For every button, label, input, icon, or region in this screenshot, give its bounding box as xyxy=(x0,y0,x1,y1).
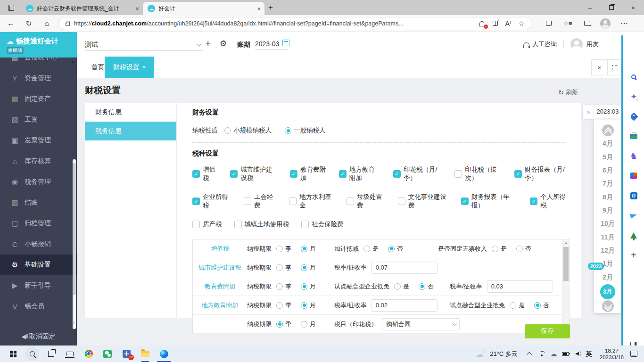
file-explorer-icon[interactable] xyxy=(136,346,155,362)
radio-icon[interactable] xyxy=(276,321,283,328)
user-name[interactable]: 用友 xyxy=(586,40,599,49)
radio-icon[interactable] xyxy=(394,283,401,290)
sidebar-item-invoice-management[interactable]: ▣发票管理 xyxy=(0,130,77,151)
tax-type-checkbox[interactable]: 城镇土地使用税 xyxy=(234,220,289,229)
app-tiles-icon[interactable]: 12 xyxy=(117,346,136,362)
collections-icon[interactable] xyxy=(578,17,595,30)
restore-button[interactable] xyxy=(601,0,622,15)
read-aloud-icon[interactable]: A⁾ xyxy=(502,18,515,29)
tax-type-checkbox[interactable]: 房产税 xyxy=(192,220,222,229)
checkbox-icon[interactable]: ✓ xyxy=(290,170,297,178)
sidebar-item-closing[interactable]: ▥结账 xyxy=(0,192,77,213)
tax-name-link[interactable]: 地方教育附加 xyxy=(193,301,247,310)
sidebar-item-chang-member[interactable]: V畅会员 xyxy=(0,296,77,317)
radio-icon[interactable] xyxy=(224,127,231,134)
sidebar-item-tax-management[interactable]: ◉税务管理 xyxy=(0,172,77,192)
radio-option[interactable]: 否 xyxy=(388,245,403,253)
radio-icon[interactable] xyxy=(301,321,307,328)
month-item[interactable]: 12月 xyxy=(594,244,621,257)
radio-icon[interactable] xyxy=(388,246,395,252)
radio-option[interactable]: 季 xyxy=(276,320,291,329)
sidebar-item-inventory-accounting[interactable]: ⌂库存核算 xyxy=(0,151,77,172)
checkbox-icon[interactable]: ✓ xyxy=(530,197,537,205)
onedrive-icon[interactable]: ☁ xyxy=(548,346,560,362)
close-button[interactable]: × xyxy=(622,0,644,15)
period-display[interactable]: 2023.03 xyxy=(594,105,621,119)
radio-option[interactable]: 月 xyxy=(301,301,316,310)
subnav-item-tax-info[interactable]: 税务信息 xyxy=(85,122,176,140)
user-avatar[interactable] xyxy=(570,38,583,50)
radio-option[interactable]: 月 xyxy=(301,245,316,253)
radio-icon[interactable] xyxy=(419,283,425,290)
rate-input[interactable]: 0.03 xyxy=(487,280,553,293)
month-item[interactable]: 9月 xyxy=(594,204,621,217)
sidebar-scroll-up-icon[interactable]: ▲ xyxy=(71,59,75,64)
more-menu-icon[interactable]: ⋯ xyxy=(615,17,633,30)
checkbox-icon[interactable]: ✓ xyxy=(461,197,469,205)
drop-icon[interactable] xyxy=(628,210,639,221)
task-view-icon[interactable] xyxy=(41,346,60,362)
quick-assist-icon[interactable] xyxy=(60,346,79,362)
tax-type-checkbox[interactable]: ✓企业所得税 xyxy=(192,193,231,210)
radio-option[interactable]: 否 xyxy=(516,245,531,253)
checkbox-icon[interactable]: ✓ xyxy=(514,170,522,178)
taskbar-search-icon[interactable] xyxy=(25,347,39,361)
address-bar[interactable]: https://cloud2.chanjet.com/accounting/uh… xyxy=(58,17,532,30)
tab-actions-icon[interactable] xyxy=(4,1,18,14)
refresh-icon[interactable]: ↻ xyxy=(22,17,36,30)
games-icon[interactable]: ♞ xyxy=(628,151,639,161)
sidebar-item-archive-management[interactable]: ▢归档管理 xyxy=(0,213,77,234)
radio-option[interactable]: 一般纳税人 xyxy=(285,126,326,135)
tab-close-icon[interactable]: × xyxy=(142,64,146,71)
browser-tab-1[interactable]: ☁ 好会计云财务软件管理系统_会计 × xyxy=(21,2,143,15)
radio-icon[interactable] xyxy=(492,246,498,252)
sidebar-scroll-down-icon[interactable]: ▼ xyxy=(71,321,75,325)
sidebar-item-beginner-guide[interactable]: ▶新手引导 xyxy=(0,275,77,296)
sidebar-item-fixed-assets[interactable]: ▦固定资产 xyxy=(0,89,77,109)
radio-option[interactable]: 月 xyxy=(301,282,316,291)
checkbox-icon[interactable] xyxy=(234,221,242,228)
save-button[interactable]: 保存 xyxy=(525,324,570,338)
tax-type-checkbox[interactable]: ✓个人所得税 xyxy=(530,193,569,210)
scroll-up-icon[interactable]: ▲ xyxy=(562,241,570,245)
month-item[interactable]: 6月 xyxy=(594,164,621,177)
radio-icon[interactable] xyxy=(285,127,291,134)
start-button[interactable] xyxy=(4,346,23,362)
radio-option[interactable]: 否 xyxy=(419,282,434,291)
tax-name-link[interactable]: 城市维护建设税 xyxy=(193,263,247,272)
radio-option[interactable]: 季 xyxy=(276,263,291,272)
tab-close-icon[interactable]: × xyxy=(257,5,261,12)
checkbox-icon[interactable] xyxy=(301,221,309,228)
profile-avatar[interactable] xyxy=(596,17,614,30)
sidebar-item-fund-management[interactable]: ¥资金管理 xyxy=(0,68,77,89)
new-tab-button[interactable]: + xyxy=(264,1,277,14)
checkbox-icon[interactable]: ✓ xyxy=(192,197,200,205)
radio-option[interactable]: 是 xyxy=(394,282,409,291)
radio-icon[interactable] xyxy=(301,264,307,271)
sidebar-scrollbar[interactable] xyxy=(73,159,76,329)
tax-name-link[interactable]: 教育费附加 xyxy=(193,282,247,291)
notification-center-icon[interactable] xyxy=(630,351,637,357)
radio-option[interactable]: 否 xyxy=(534,301,549,310)
radio-icon[interactable] xyxy=(363,246,370,252)
m365-icon[interactable] xyxy=(628,171,639,181)
month-item[interactable]: 4月 xyxy=(594,137,621,150)
copilot-icon[interactable]: ✦ xyxy=(628,91,639,102)
refresh-button[interactable]: ↻ 刷新 xyxy=(558,88,578,97)
volume-icon[interactable] xyxy=(571,346,583,362)
tax-type-checkbox[interactable]: ✓城市维护建设税 xyxy=(230,165,278,182)
checkbox-icon[interactable] xyxy=(289,197,297,205)
url-text[interactable]: https://cloud2.chanjet.com/accounting/uh… xyxy=(74,20,475,27)
checkbox-icon[interactable] xyxy=(454,170,462,178)
panel-close-button[interactable]: × xyxy=(591,59,607,75)
radio-icon[interactable] xyxy=(510,302,516,309)
tax-type-checkbox[interactable]: 工会经费 xyxy=(244,193,277,210)
scrollbar-thumb[interactable] xyxy=(563,247,569,281)
fullscreen-button[interactable] xyxy=(607,59,621,75)
tab-close-icon[interactable]: × xyxy=(135,5,139,12)
split-screen-icon[interactable] xyxy=(540,17,558,30)
wifi-icon[interactable] xyxy=(536,346,548,362)
tax-type-checkbox[interactable]: 文化事业建设费 xyxy=(398,193,449,210)
month-item[interactable]: 10月 xyxy=(594,217,621,230)
subnav-item-finance-info[interactable]: 财务信息 xyxy=(85,103,176,122)
